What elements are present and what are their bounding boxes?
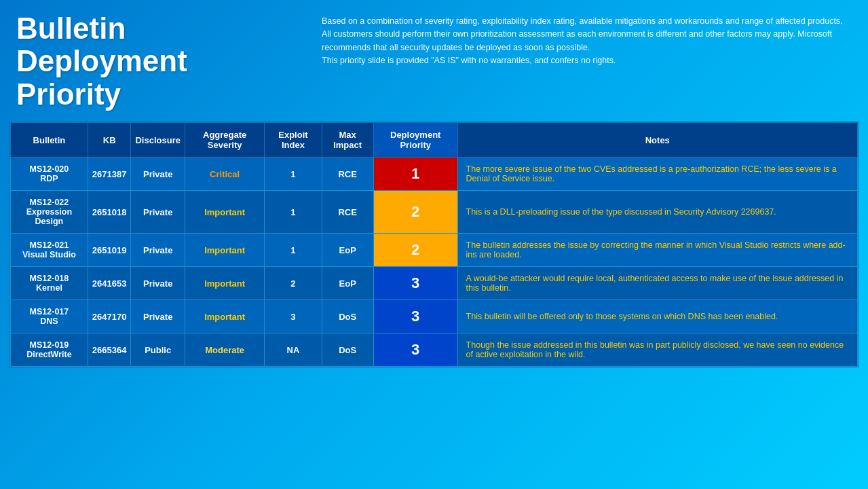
- page-title: Bulletin Deployment Priority: [16, 12, 301, 111]
- td-severity-2: Important: [185, 234, 264, 267]
- description-block: Based on a combination of severity ratin…: [322, 12, 852, 111]
- td-disclosure-3: Private: [131, 267, 185, 300]
- td-bulletin-2: MS12-021Visual Studio: [11, 234, 88, 267]
- td-exploit-0: 1: [265, 158, 322, 191]
- td-notes-3: A would-be attacker would require local,…: [457, 267, 857, 300]
- page-header: Bulletin Deployment Priority Based on a …: [0, 0, 868, 117]
- td-disclosure-5: Public: [131, 333, 185, 367]
- td-disclosure-1: Private: [131, 191, 185, 234]
- td-bulletin-0: MS12-020RDP: [11, 158, 88, 191]
- td-disclosure-4: Private: [131, 300, 185, 333]
- td-bulletin-4: MS12-017DNS: [11, 300, 88, 333]
- td-priority-4: 3: [373, 300, 457, 333]
- td-impact-2: EoP: [322, 234, 373, 267]
- td-impact-1: RCE: [322, 191, 373, 234]
- data-table-container: Bulletin KB Disclosure Aggregate Severit…: [10, 122, 858, 367]
- td-impact-0: RCE: [322, 158, 373, 191]
- th-deployment-priority: Deployment Priority: [373, 123, 457, 158]
- td-priority-0: 1: [373, 158, 457, 191]
- table-row: MS12-019DirectWrite 2665364 Public Moder…: [11, 333, 858, 367]
- bulletin-table: Bulletin KB Disclosure Aggregate Severit…: [10, 122, 858, 367]
- th-notes: Notes: [457, 123, 857, 158]
- th-max-impact: Max Impact: [322, 123, 373, 158]
- table-row: MS12-022Expression Design 2651018 Privat…: [11, 191, 858, 234]
- td-severity-4: Important: [185, 300, 264, 333]
- td-bulletin-1: MS12-022Expression Design: [11, 191, 88, 234]
- td-impact-4: DoS: [322, 300, 373, 333]
- td-impact-5: DoS: [322, 333, 373, 367]
- td-priority-1: 2: [373, 191, 457, 234]
- td-disclosure-2: Private: [131, 234, 185, 267]
- description-text: Based on a combination of severity ratin…: [322, 16, 843, 65]
- table-row: MS12-020RDP 2671387 Private Critical 1 R…: [11, 158, 858, 191]
- td-bulletin-3: MS12-018Kernel: [11, 267, 88, 300]
- th-disclosure: Disclosure: [131, 123, 185, 158]
- td-exploit-3: 2: [265, 267, 322, 300]
- td-bulletin-5: MS12-019DirectWrite: [11, 333, 88, 367]
- td-exploit-5: NA: [265, 333, 322, 367]
- td-severity-1: Important: [185, 191, 264, 234]
- table-row: MS12-021Visual Studio 2651019 Private Im…: [11, 234, 858, 267]
- th-exploit-index: Exploit Index: [265, 123, 322, 158]
- th-aggregate-severity: Aggregate Severity: [185, 123, 264, 158]
- td-exploit-4: 3: [265, 300, 322, 333]
- td-disclosure-0: Private: [131, 158, 185, 191]
- td-kb-0: 2671387: [88, 158, 131, 191]
- td-severity-5: Moderate: [185, 333, 264, 367]
- td-severity-0: Critical: [185, 158, 264, 191]
- td-notes-4: This bulletin will be offered only to th…: [457, 300, 857, 333]
- td-priority-2: 2: [373, 234, 457, 267]
- td-severity-3: Important: [185, 267, 264, 300]
- td-kb-1: 2651018: [88, 191, 131, 234]
- th-kb: KB: [88, 123, 131, 158]
- td-exploit-2: 1: [265, 234, 322, 267]
- td-kb-2: 2651019: [88, 234, 131, 267]
- th-bulletin: Bulletin: [11, 123, 88, 158]
- td-kb-5: 2665364: [88, 333, 131, 367]
- table-row: MS12-017DNS 2647170 Private Important 3 …: [11, 300, 858, 333]
- td-notes-5: Though the issue addressed in this bulle…: [457, 333, 857, 367]
- td-priority-3: 3: [373, 267, 457, 300]
- table-body: MS12-020RDP 2671387 Private Critical 1 R…: [11, 158, 858, 367]
- td-priority-5: 3: [373, 333, 457, 367]
- td-exploit-1: 1: [265, 191, 322, 234]
- td-notes-2: The bulletin addresses the issue by corr…: [457, 234, 857, 267]
- title-block: Bulletin Deployment Priority: [16, 12, 301, 111]
- td-notes-0: The more severe issue of the two CVEs ad…: [457, 158, 857, 191]
- table-row: MS12-018Kernel 2641653 Private Important…: [11, 267, 858, 300]
- td-kb-3: 2641653: [88, 267, 131, 300]
- table-header-row: Bulletin KB Disclosure Aggregate Severit…: [11, 123, 858, 158]
- td-impact-3: EoP: [322, 267, 373, 300]
- td-notes-1: This is a DLL-preloading issue of the ty…: [457, 191, 857, 234]
- td-kb-4: 2647170: [88, 300, 131, 333]
